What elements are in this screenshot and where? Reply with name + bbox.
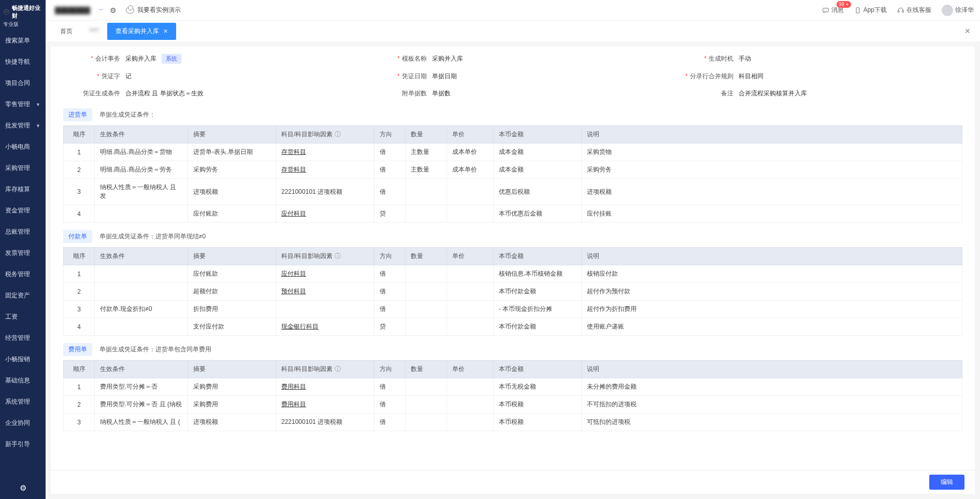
tab-active[interactable]: 查看采购并入库 ✕ [107, 23, 176, 40]
subject-link[interactable]: 应付科目 [281, 210, 306, 217]
table-cell [447, 283, 494, 301]
column-header: 说明 [582, 361, 962, 378]
chevron-down-icon[interactable]: ﹀ [98, 7, 104, 14]
sidebar-item-0[interactable]: 搜索菜单 [0, 30, 46, 51]
table-cell: 现金银行科目 [276, 318, 374, 336]
table-cell [95, 265, 188, 283]
cloud-icon [126, 7, 134, 13]
column-header: 本币金额 [494, 361, 582, 378]
column-header: 科目/科目影响因素 [276, 361, 374, 378]
demo-link[interactable]: 我要看实例演示 [126, 6, 181, 15]
chat-icon [822, 7, 829, 14]
field-label: 生成时机 [676, 54, 733, 63]
sidebar-item-label: 总账管理 [5, 227, 30, 236]
header-form: 会计事务采购并入库系统模板名称采购并入库生成时机手动凭证字记凭证日期单据日期分录… [63, 54, 962, 98]
voucher-table: 顺序生效条件摘要科目/科目影响因素方向数量单价本币金额说明1应付账款应付科目借核… [63, 247, 962, 336]
sidebar-item-11[interactable]: 税务管理 [0, 264, 46, 285]
table-cell [447, 318, 494, 336]
column-header: 生效条件 [95, 248, 188, 265]
sidebar-item-label: 搜索菜单 [5, 36, 30, 45]
table-cell: 预付科目 [276, 283, 374, 301]
tab-home[interactable]: 首页 [52, 23, 81, 40]
sidebar-item-17[interactable]: 系统管理 [0, 391, 46, 412]
tabbar-close-button[interactable]: ✕ [961, 24, 974, 38]
table-cell: 应付账款 [188, 265, 276, 283]
settings-icon[interactable]: ⚙ [110, 6, 117, 15]
sidebar-item-label: 企业协同 [5, 419, 30, 427]
form-field: 附单据数单据数 [370, 89, 656, 98]
sidebar-item-label: 基础信息 [5, 376, 30, 385]
edit-button[interactable]: 编辑 [929, 475, 964, 490]
subject-link[interactable]: 现金银行科目 [281, 323, 319, 330]
sidebar-item-label: 发票管理 [5, 249, 30, 258]
field-value: 记 [125, 72, 132, 81]
sidebar-item-14[interactable]: 经营管理 [0, 327, 46, 349]
table-cell: 纳税人性质＝一般纳税人 且 ( [95, 414, 188, 431]
demo-label: 我要看实例演示 [137, 6, 181, 15]
sidebar-item-1[interactable]: 快捷导航 [0, 51, 46, 73]
sidebar-item-7[interactable]: 库存核算 [0, 179, 46, 200]
voucher-table: 顺序生效条件摘要科目/科目影响因素方向数量单价本币金额说明1费用类型.可分摊＝否… [63, 360, 962, 431]
sidebar-item-2[interactable]: 项目合同 [0, 73, 46, 94]
sidebar-item-9[interactable]: 总账管理 [0, 221, 46, 243]
table-cell: 本币税额 [494, 414, 582, 431]
sidebar-item-5[interactable]: 小畅电商 [0, 136, 46, 158]
sidebar-item-8[interactable]: 资金管理 [0, 200, 46, 221]
table-cell: 成本单价 [447, 161, 494, 179]
table-cell: 2 [64, 161, 95, 179]
sidebar-item-label: 零售管理 [5, 100, 30, 109]
tab-hidden[interactable]: **** [81, 23, 107, 39]
table-row: 3付款单.现金折扣≠0折扣费用借- 本币现金折扣分摊超付作为折扣费用 [64, 301, 962, 318]
field-value: 采购并入库 [125, 54, 156, 63]
subject-link[interactable]: 应付科目 [281, 270, 306, 277]
column-header: 单价 [447, 126, 494, 144]
sidebar-item-6[interactable]: 采购管理 [0, 158, 46, 179]
subject-link[interactable]: 存货科目 [281, 166, 306, 173]
table-cell: 应付科目 [276, 265, 374, 283]
table-cell: 成本金额 [494, 144, 582, 161]
close-tab-icon[interactable]: ✕ [163, 28, 168, 35]
table-cell [406, 265, 447, 283]
sidebar-settings[interactable]: ⚙ [0, 477, 46, 499]
column-header: 数量 [406, 361, 447, 378]
subject-link[interactable]: 费用科目 [281, 401, 306, 408]
subject-link[interactable]: 预付科目 [281, 288, 306, 295]
table-cell: 不可抵扣的进项税 [582, 396, 962, 414]
table-cell: 本币付款金额 [494, 318, 582, 336]
table-cell: 采购劳务 [188, 161, 276, 179]
table-cell: - 本币现金折扣分摊 [494, 301, 582, 318]
form-field: 模板名称采购并入库 [370, 54, 656, 64]
caret-down-icon: ▼ [36, 123, 40, 129]
subject-link[interactable]: 存货科目 [281, 148, 306, 155]
user-menu[interactable]: 徐泽华 [942, 5, 974, 16]
sidebar-item-13[interactable]: 工资 [0, 306, 46, 327]
table-cell: 3 [64, 414, 95, 431]
sidebar-item-18[interactable]: 企业协同 [0, 412, 46, 434]
messages-button[interactable]: 消息 [822, 6, 844, 15]
column-header: 数量 [406, 126, 447, 144]
brand: 畅捷通好业财 专业版 [0, 0, 46, 30]
table-cell: 优惠后税额 [494, 179, 582, 205]
sidebar-item-4[interactable]: 批发管理▼ [0, 115, 46, 136]
download-button[interactable]: App下载 [854, 6, 887, 15]
table-row: 4支付应付款现金银行科目贷本币付款金额使用账户递账 [64, 318, 962, 336]
subject-link[interactable]: 费用科目 [281, 383, 306, 390]
sidebar-item-16[interactable]: 基础信息 [0, 370, 46, 391]
sidebar-item-19[interactable]: 新手引导 [0, 434, 46, 455]
service-button[interactable]: 在线客服 [897, 6, 931, 15]
sidebar-item-10[interactable]: 发票管理 [0, 243, 46, 264]
table-cell: 主数量 [406, 144, 447, 161]
column-header: 方向 [374, 361, 406, 378]
table-cell [406, 396, 447, 414]
table-cell: 明细.商品.商品分类＝劳务 [95, 161, 188, 179]
table-cell: 超额付款 [188, 283, 276, 301]
section-pill: 进货单 [63, 108, 92, 121]
sidebar-item-15[interactable]: 小畅报销 [0, 349, 46, 370]
table-cell: 采购货物 [582, 144, 962, 161]
sidebar-item-12[interactable]: 固定资产 [0, 285, 46, 306]
column-header: 说明 [582, 248, 962, 265]
account-selector[interactable]: ████████ [52, 5, 93, 16]
sidebar-item-3[interactable]: 零售管理▼ [0, 94, 46, 115]
table-cell [406, 283, 447, 301]
sidebar-item-label: 库存核算 [5, 185, 30, 194]
